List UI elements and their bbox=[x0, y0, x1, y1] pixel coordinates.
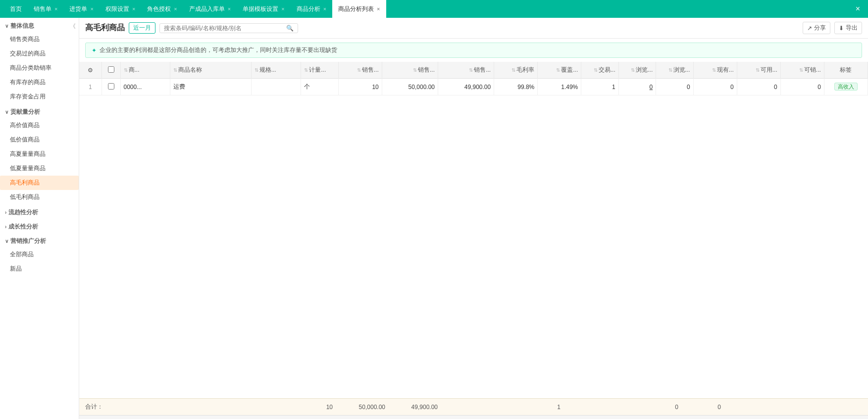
sort-icon-code: ⇅ bbox=[124, 67, 128, 73]
close-finished-goods-tab[interactable]: × bbox=[228, 6, 231, 12]
sidebar-item-high-freq[interactable]: 高夏量量商品 bbox=[0, 147, 79, 161]
cell-sales-amt: 50,000.00 bbox=[382, 79, 438, 95]
export-icon: ⬇ bbox=[839, 25, 844, 32]
share-button[interactable]: ↗ 分享 bbox=[803, 22, 830, 34]
data-table-wrapper[interactable]: ⚙ ⇅商... ⇅商品名称 ⇅规格... ⇅计量... ⇅销售... ⇅销售..… bbox=[79, 62, 868, 398]
sidebar-item-low-freq[interactable]: 低夏量量商品 bbox=[0, 161, 79, 176]
cell-name[interactable]: 运费 bbox=[170, 79, 252, 95]
col-header-code[interactable]: ⇅商... bbox=[120, 62, 170, 79]
sidebar-item-low-value[interactable]: 低价值商品 bbox=[0, 133, 79, 147]
sort-icon-trade: ⇅ bbox=[594, 67, 598, 73]
sort-icon-sales-cost: ⇅ bbox=[469, 67, 473, 73]
col-header-cover[interactable]: ⇅覆盖... bbox=[538, 62, 581, 79]
cell-stock1: 0 bbox=[693, 79, 737, 95]
nav-tab-purchase[interactable]: 进货单 × bbox=[63, 0, 99, 18]
table-header-row: ⚙ ⇅商... ⇅商品名称 ⇅规格... ⇅计量... ⇅销售... ⇅销售..… bbox=[79, 62, 868, 79]
top-navigation: 首页 销售单 × 进货单 × 权限设置 × 角色授权 × 产成品入库单 × 单据… bbox=[0, 0, 868, 18]
cell-spec bbox=[251, 79, 301, 95]
page-title: 高毛利商品 bbox=[85, 23, 125, 33]
nav-tab-analysis[interactable]: 商品分析 × bbox=[291, 0, 332, 18]
footer-stock2: 0 bbox=[686, 404, 721, 411]
row-checkbox[interactable] bbox=[108, 83, 114, 90]
filter-period-button[interactable]: 近一月 bbox=[129, 22, 155, 34]
footer-summary: 合计： 10 50,000.00 49,900.00 1 0 0 bbox=[79, 398, 868, 415]
sidebar-group-contribution[interactable]: ∨ 贡献量分析 bbox=[0, 104, 79, 118]
close-purchase-tab[interactable]: × bbox=[90, 6, 93, 12]
nav-tab-home[interactable]: 首页 bbox=[4, 0, 28, 18]
content-header: 高毛利商品 近一月 🔍 ↗ 分享 ⬇ 导出 bbox=[79, 18, 868, 39]
close-analysis-tab[interactable]: × bbox=[323, 6, 326, 12]
nav-tab-finished-goods[interactable]: 产成品入库单 × bbox=[183, 0, 237, 18]
col-header-sales-qty[interactable]: ⇅销售... bbox=[338, 62, 382, 79]
col-header-trade[interactable]: ⇅交易... bbox=[581, 62, 618, 79]
sort-icon-sales-qty: ⇅ bbox=[357, 67, 361, 73]
col-header-stock2[interactable]: ⇅可用... bbox=[737, 62, 780, 79]
col-header-sales-cost[interactable]: ⇅销售... bbox=[438, 62, 494, 79]
col-header-settings[interactable]: ⚙ bbox=[79, 62, 102, 79]
sidebar-group-trend[interactable]: › 流趋性分析 bbox=[0, 204, 79, 219]
sidebar-item-all-goods[interactable]: 全部商品 bbox=[0, 247, 79, 262]
sidebar-group-overview[interactable]: ∨ 整体信息 bbox=[0, 18, 79, 32]
search-icon[interactable]: 🔍 bbox=[286, 25, 294, 32]
close-sales-tab[interactable]: × bbox=[54, 6, 57, 12]
col-header-check[interactable] bbox=[102, 62, 120, 79]
sort-icon-cover: ⇅ bbox=[556, 67, 560, 73]
close-all-button[interactable]: × bbox=[852, 4, 864, 13]
col-header-browse2[interactable]: ⇅浏览... bbox=[656, 62, 693, 79]
sidebar-item-in-stock[interactable]: 有库存的商品 bbox=[0, 75, 79, 90]
nav-tab-template[interactable]: 单据模板设置 × bbox=[237, 0, 290, 18]
cell-browse1[interactable]: 0 bbox=[618, 79, 656, 95]
sort-icon-browse1: ⇅ bbox=[631, 67, 635, 73]
col-header-sales-amt[interactable]: ⇅销售... bbox=[382, 62, 438, 79]
nav-tab-permission[interactable]: 权限设置 × bbox=[100, 0, 141, 18]
sidebar-group-marketing[interactable]: ∨ 营销推广分析 bbox=[0, 233, 79, 247]
horizontal-scrollbar[interactable] bbox=[79, 415, 868, 419]
sidebar-item-category-rate[interactable]: 商品分类助销率 bbox=[0, 61, 79, 75]
export-button[interactable]: ⬇ 导出 bbox=[834, 22, 862, 34]
sidebar-item-sales-goods[interactable]: 销售类商品 bbox=[0, 32, 79, 47]
sidebar-item-stock-capital[interactable]: 库存资金占用 bbox=[0, 90, 79, 104]
select-all-checkbox[interactable] bbox=[108, 66, 114, 73]
sidebar-item-high-value[interactable]: 高价值商品 bbox=[0, 118, 79, 133]
search-input[interactable] bbox=[164, 25, 284, 32]
content-area: 高毛利商品 近一月 🔍 ↗ 分享 ⬇ 导出 ✦ 企业的主要的利润都是这部分商品创… bbox=[79, 18, 868, 419]
cell-stock2: 0 bbox=[737, 79, 780, 95]
col-header-unit[interactable]: ⇅计量... bbox=[301, 62, 338, 79]
sidebar-item-traded-goods[interactable]: 交易过的商品 bbox=[0, 47, 79, 61]
nav-tab-analysis-list[interactable]: 商品分析列表 × bbox=[332, 0, 386, 18]
nav-tab-sales[interactable]: 销售单 × bbox=[28, 0, 63, 18]
sidebar-collapse-button[interactable]: 《 bbox=[70, 22, 76, 31]
col-header-spec[interactable]: ⇅规格... bbox=[251, 62, 301, 79]
nav-tab-role[interactable]: 角色授权 × bbox=[141, 0, 183, 18]
info-banner: ✦ 企业的主要的利润都是这部分商品创造的，可考虑加大推广，同时关注库存量不要出现… bbox=[85, 43, 862, 58]
close-analysis-list-tab[interactable]: × bbox=[377, 6, 380, 12]
cell-unit: 个 bbox=[301, 79, 338, 95]
sidebar-item-low-margin[interactable]: 低毛利商品 bbox=[0, 190, 79, 204]
col-header-browse1[interactable]: ⇅浏览... bbox=[618, 62, 656, 79]
close-template-tab[interactable]: × bbox=[281, 6, 284, 12]
tag-badge: 高收入 bbox=[834, 83, 858, 91]
cell-code[interactable]: 0000... bbox=[120, 79, 170, 95]
share-icon: ↗ bbox=[807, 25, 812, 32]
col-header-stock1[interactable]: ⇅现有... bbox=[693, 62, 737, 79]
info-icon: ✦ bbox=[92, 47, 97, 54]
cell-browse2: 0 bbox=[656, 79, 693, 95]
close-role-tab[interactable]: × bbox=[174, 6, 177, 12]
data-table: ⚙ ⇅商... ⇅商品名称 ⇅规格... ⇅计量... ⇅销售... ⇅销售..… bbox=[79, 62, 868, 95]
col-header-tag: 标签 bbox=[824, 62, 868, 79]
sidebar-item-new-goods[interactable]: 新品 bbox=[0, 262, 79, 276]
sidebar-group-growth[interactable]: › 成长性分析 bbox=[0, 219, 79, 233]
cell-check[interactable] bbox=[102, 79, 120, 95]
cell-tag: 高收入 bbox=[824, 79, 868, 95]
cell-salable: 0 bbox=[780, 79, 824, 95]
group-arrow-growth: › bbox=[5, 224, 6, 230]
group-arrow-marketing: ∨ bbox=[5, 238, 8, 244]
col-header-name[interactable]: ⇅商品名称 bbox=[170, 62, 252, 79]
close-permission-tab[interactable]: × bbox=[132, 6, 135, 12]
col-header-salable[interactable]: ⇅可销... bbox=[780, 62, 824, 79]
cell-idx: 1 bbox=[79, 79, 102, 95]
footer-sales-amt: 50,000.00 bbox=[341, 404, 385, 411]
col-header-gross[interactable]: ⇅毛利率 bbox=[494, 62, 538, 79]
sidebar-item-high-margin[interactable]: 高毛利商品 bbox=[0, 176, 79, 190]
footer-label: 合计： bbox=[85, 403, 103, 411]
